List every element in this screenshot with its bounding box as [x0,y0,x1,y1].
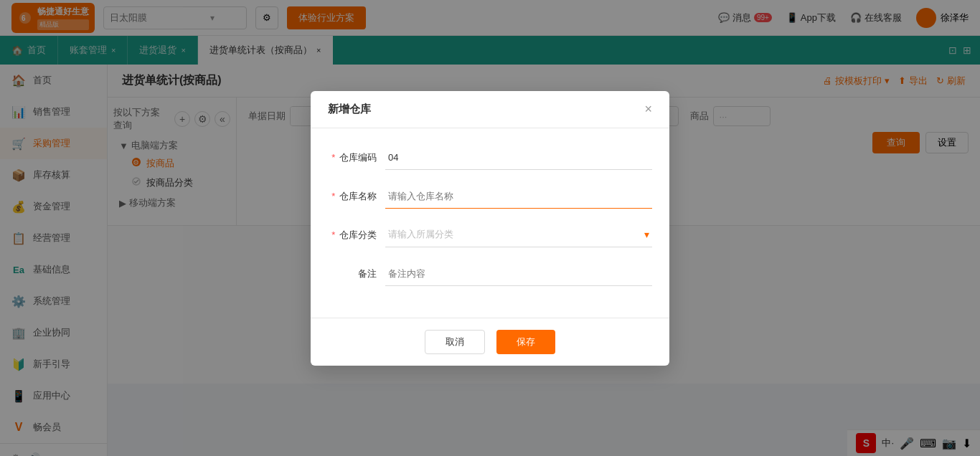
warehouse-category-label: * 仓库分类 [328,229,385,242]
warehouse-code-label: * 仓库编码 [328,151,385,164]
add-warehouse-modal: 新增仓库 × * 仓库编码 * 仓库名称 [311,91,669,366]
warehouse-note-input[interactable] [385,262,652,286]
warehouse-note-field: 备注 [328,262,652,286]
cancel-button[interactable]: 取消 [425,330,485,354]
warehouse-name-input[interactable] [385,184,652,209]
warehouse-name-label: * 仓库名称 [328,190,385,203]
category-placeholder: 请输入所属分类 [388,228,453,241]
required-star-3: * [331,229,335,240]
modal-footer: 取消 保存 [311,318,669,366]
warehouse-code-field: * 仓库编码 [328,146,652,170]
modal-close-button[interactable]: × [644,103,652,115]
save-button[interactable]: 保存 [496,330,555,354]
warehouse-category-field: * 仓库分类 请输入所属分类 ▾ [328,223,652,247]
required-star-2: * [331,191,335,201]
modal-header: 新增仓库 × [311,91,669,128]
warehouse-note-label: 备注 [328,267,385,280]
modal-overlay: 新增仓库 × * 仓库编码 * 仓库名称 [0,0,980,456]
required-star-1: * [331,152,335,163]
modal-title: 新增仓库 [328,103,371,116]
modal-body: * 仓库编码 * 仓库名称 * 仓库分类 请输入 [311,128,669,318]
warehouse-code-input[interactable] [385,146,652,170]
warehouse-name-field: * 仓库名称 [328,184,652,209]
category-arrow-icon: ▾ [644,229,649,240]
warehouse-category-select[interactable]: 请输入所属分类 ▾ [385,223,652,247]
